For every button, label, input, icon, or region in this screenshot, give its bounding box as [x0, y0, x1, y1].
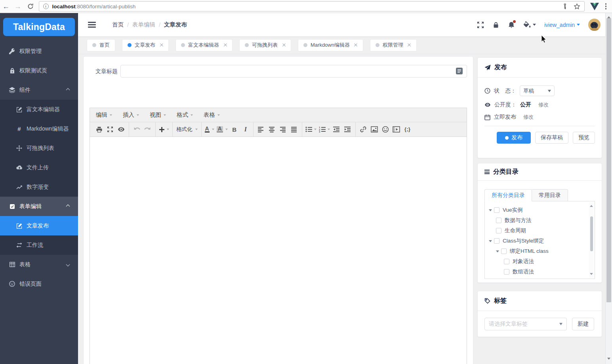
insert-plus-icon[interactable] [158, 124, 170, 135]
fullscreen-icon[interactable] [477, 21, 484, 28]
tree-checkbox[interactable] [504, 269, 509, 275]
tree-node-lifecycle[interactable]: 生命周期 [489, 226, 589, 236]
align-center-icon[interactable] [267, 124, 278, 135]
background-color-icon[interactable]: A [215, 124, 229, 135]
tree-node-object-syntax[interactable]: 对象语法 [489, 256, 589, 267]
page-scrollbar[interactable] [605, 13, 612, 364]
save-draft-button[interactable]: 保存草稿 [535, 132, 568, 144]
sidebar-item-form-edit[interactable]: 表单编辑 [0, 197, 78, 216]
fullscreen-icon[interactable] [105, 124, 116, 135]
sidebar-item-number-gradient[interactable]: 数字渐变 [0, 177, 78, 197]
article-title-input[interactable] [120, 65, 467, 78]
link-icon[interactable] [358, 124, 369, 135]
theme-icon[interactable] [523, 21, 536, 28]
editor-menu-view[interactable]: 视图 [150, 111, 166, 119]
print-icon[interactable] [93, 124, 105, 135]
avatar[interactable] [588, 19, 601, 31]
breadcrumb-home[interactable]: 首页 [112, 21, 124, 28]
tree-node-data-methods[interactable]: 数据与方法 [489, 215, 589, 226]
scroll-down-icon[interactable] [590, 273, 593, 277]
italic-icon[interactable]: I [240, 124, 251, 135]
scroll-thumb[interactable] [590, 216, 593, 251]
undo-icon[interactable] [131, 124, 142, 135]
lock-icon[interactable] [492, 21, 500, 28]
tab-draggable-list[interactable]: 可拖拽列表 [239, 39, 291, 51]
schedule-modify-link[interactable]: 修改 [523, 114, 534, 121]
sidebar-item-tables[interactable]: 表格 [0, 255, 78, 274]
vue-devtools-icon[interactable] [590, 3, 599, 10]
formats-dropdown[interactable]: 格式化 [175, 124, 199, 135]
visibility-modify-link[interactable]: 修改 [538, 101, 549, 108]
sidebar-item-file-upload[interactable]: 文件上传 [0, 158, 78, 177]
editor-content[interactable] [90, 137, 467, 364]
sidebar-item-article-publish[interactable]: 文章发布 [0, 216, 78, 235]
align-left-icon[interactable] [255, 124, 267, 135]
sidebar-item-workflow[interactable]: 工作流 [0, 235, 78, 255]
tree-node-class-style-binding[interactable]: Class与Style绑定 [489, 236, 589, 246]
tree-checkbox[interactable] [494, 238, 500, 244]
tab-home[interactable]: 首页 [87, 39, 115, 51]
status-select[interactable]: 草稿 [520, 85, 555, 96]
tab-close-icon[interactable] [223, 44, 227, 47]
scroll-up-icon[interactable] [590, 203, 593, 207]
scroll-down-icon[interactable] [607, 358, 610, 361]
tree-checkbox[interactable] [501, 248, 507, 254]
editor-menu-format[interactable]: 格式 [177, 111, 193, 119]
editor-menu-edit[interactable]: 编辑 [96, 111, 112, 119]
tab-all-categories[interactable]: 所有分类目录 [484, 189, 532, 201]
password-key-icon[interactable] [562, 3, 568, 9]
tree-node-array-syntax[interactable]: 数组语法 [489, 267, 589, 277]
outdent-icon[interactable] [331, 124, 342, 135]
tab-common-categories[interactable]: 常用目录 [532, 189, 568, 201]
editor-menu-table[interactable]: 表格 [204, 111, 220, 119]
tab-close-icon[interactable] [282, 44, 286, 47]
tree-scrollbar[interactable] [589, 202, 594, 278]
tab-rich-text-editor[interactable]: 富文本编辑器 [175, 39, 233, 51]
tab-markdown-editor[interactable]: Markdown编辑器 [298, 39, 363, 51]
editor-menu-insert[interactable]: 插入 [123, 111, 139, 119]
indent-icon[interactable] [342, 124, 353, 135]
sidebar-item-permission-test-page[interactable]: 权限测试页 [0, 61, 78, 80]
tree-checkbox[interactable] [504, 259, 509, 264]
new-tag-button[interactable]: 新建 [572, 318, 594, 330]
tab-article-publish[interactable]: 文章发布 [122, 39, 169, 51]
tag-select[interactable]: 请选择文章标签 [484, 318, 567, 330]
sidebar-item-error-pages[interactable]: 错误页面 [0, 274, 78, 294]
preview-button[interactable]: 预览 [573, 132, 595, 144]
sidebar-item-components[interactable]: 组件 [0, 80, 78, 100]
tree-checkbox[interactable] [496, 228, 501, 233]
code-icon[interactable]: {;} [402, 124, 413, 135]
align-right-icon[interactable] [278, 124, 289, 135]
publish-button[interactable]: 发布 [497, 132, 531, 144]
sidebar-toggle-icon[interactable] [88, 22, 96, 28]
bookmark-star-icon[interactable] [574, 3, 580, 10]
sidebar-item-draggable-list[interactable]: 可拖拽列表 [0, 138, 78, 158]
browser-reload-icon[interactable] [24, 3, 37, 9]
tree-expand-icon[interactable] [496, 250, 501, 252]
text-color-icon[interactable]: A [204, 124, 215, 135]
emoji-icon[interactable] [380, 124, 391, 135]
sidebar-item-rich-text-editor[interactable]: 富文本编辑器 [0, 100, 78, 119]
tree-checkbox[interactable] [496, 218, 501, 223]
tree-node-bind-html-class[interactable]: 绑定HTML class [489, 246, 589, 256]
user-menu[interactable]: iview_admin [544, 22, 580, 28]
tab-close-icon[interactable] [354, 44, 358, 47]
scroll-up-icon[interactable] [607, 15, 610, 18]
tree-expand-icon[interactable] [489, 209, 494, 211]
sidebar-item-permission-management[interactable]: 权限管理 [0, 42, 78, 61]
bold-icon[interactable]: B [229, 124, 240, 135]
tab-close-icon[interactable] [160, 44, 163, 47]
tree-expand-icon[interactable] [489, 240, 494, 242]
numbered-list-icon[interactable]: 123 [318, 124, 331, 135]
scroll-thumb[interactable] [606, 18, 611, 302]
bullet-list-icon[interactable] [304, 124, 318, 135]
notification-bell-icon[interactable] [508, 21, 515, 28]
title-input-edit-icon[interactable] [456, 68, 463, 74]
browser-forward-icon[interactable]: → [12, 2, 24, 11]
app-logo[interactable]: TalkingData [3, 18, 75, 36]
tab-permission-management[interactable]: 权限管理 [370, 39, 417, 51]
sidebar-item-markdown-editor[interactable]: # Markdown编辑器 [0, 119, 78, 138]
align-justify-icon[interactable] [289, 124, 300, 135]
browser-menu-icon[interactable] [605, 3, 607, 9]
tree-node-vue-instance[interactable]: Vue实例 [489, 205, 589, 215]
